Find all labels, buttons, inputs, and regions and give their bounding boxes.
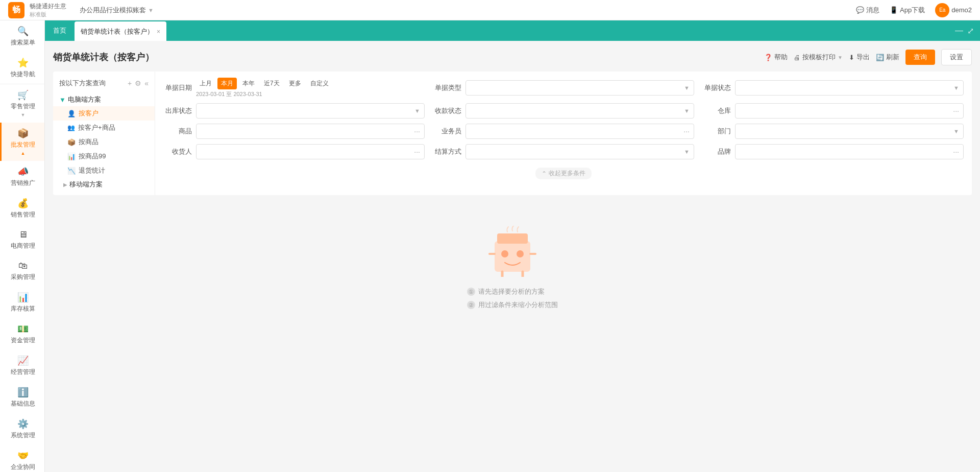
scheme-mobile-group-header[interactable]: ▶ 移动端方案 bbox=[53, 178, 155, 191]
sidebar-search[interactable]: 🔍 搜索菜单 bbox=[0, 20, 44, 52]
scheme-item-by-product[interactable]: 📦 按商品 bbox=[53, 135, 155, 149]
template-print-btn[interactable]: 🖨 按模板打印 ▼ bbox=[794, 53, 843, 62]
export-btn[interactable]: ⬇ 导出 bbox=[849, 53, 870, 62]
avatar: Ea bbox=[935, 3, 949, 17]
date-tab-custom[interactable]: 自定义 bbox=[307, 78, 332, 89]
scheme-item-by-customer-product[interactable]: 👥 按客户+商品 bbox=[53, 121, 155, 135]
receipt-status-select[interactable]: ▼ bbox=[465, 103, 694, 119]
sidebar-item-inventory[interactable]: 📊 库存核算 bbox=[0, 287, 44, 318]
brand-select[interactable]: ··· bbox=[735, 144, 964, 159]
product-select[interactable]: ··· bbox=[196, 124, 425, 139]
refresh-btn[interactable]: 🔄 刷新 bbox=[876, 53, 899, 62]
warehouse-ellipsis-icon[interactable]: ··· bbox=[953, 107, 959, 115]
date-range-display: 2023-03-01 至 2023-03-31 bbox=[196, 90, 425, 98]
sidebar-quick-nav[interactable]: ⭐ 快捷导航 bbox=[0, 52, 44, 84]
out-status-select[interactable]: ▼ bbox=[196, 103, 425, 119]
doc-status-dropdown-icon: ▼ bbox=[953, 85, 959, 91]
logo-icon: 畅 bbox=[8, 2, 24, 18]
scheme-return-icon: 📉 bbox=[67, 167, 76, 175]
date-tab-more[interactable]: 更多 bbox=[285, 78, 305, 89]
sidebar-item-operation[interactable]: 📈 经营管理 bbox=[0, 350, 44, 382]
date-tab-this-month[interactable]: 本月 bbox=[217, 78, 237, 89]
settings-btn[interactable]: 设置 bbox=[941, 49, 972, 65]
svg-point-2 bbox=[501, 250, 508, 257]
wholesale-icon: 📦 bbox=[17, 128, 29, 139]
sidebar-item-system[interactable]: ⚙️ 系统管理 bbox=[0, 413, 44, 445]
out-status-dropdown-icon: ▼ bbox=[414, 108, 420, 114]
filter-warehouse-field: 仓库 ··· bbox=[702, 103, 964, 119]
export-label: 导出 bbox=[856, 53, 870, 62]
tab-home[interactable]: 首页 bbox=[45, 20, 75, 41]
tab-minimize-btn[interactable]: — bbox=[955, 26, 963, 35]
scheme-item-by-customer[interactable]: 👤 按客户 bbox=[53, 106, 155, 121]
tab-maximize-btn[interactable]: ⤢ bbox=[967, 26, 974, 36]
scheme-pc-group-header[interactable]: ▼ 电脑端方案 bbox=[53, 93, 155, 106]
filter-row-1: 单据日期 上月 本月 本年 近7天 更多 自定义 20 bbox=[163, 78, 964, 98]
sidebar-item-sales[interactable]: 💰 销售管理 bbox=[0, 193, 44, 224]
sidebar-item-basic[interactable]: ℹ️ 基础信息 bbox=[0, 382, 44, 413]
settlement-select[interactable]: ▼ bbox=[465, 144, 694, 159]
receiver-select[interactable]: ··· bbox=[196, 144, 425, 159]
scheme-add-btn[interactable]: + bbox=[128, 79, 132, 87]
product-ellipsis-icon[interactable]: ··· bbox=[414, 127, 420, 135]
scheme-item-return-stats[interactable]: 📉 退货统计 bbox=[53, 163, 155, 178]
message-btn[interactable]: 💬 消息 bbox=[856, 6, 879, 15]
query-btn[interactable]: 查询 bbox=[905, 50, 935, 65]
marketing-icon: 📣 bbox=[17, 166, 29, 177]
sidebar-quick-nav-label: 快捷导航 bbox=[11, 70, 35, 79]
scheme-item-by-product99-label: 按商品99 bbox=[79, 152, 106, 161]
app-title: 畅捷通好生意 bbox=[30, 2, 66, 11]
empty-robot-svg bbox=[482, 226, 543, 277]
scheme-collapse-btn[interactable]: « bbox=[144, 79, 149, 87]
staff-select[interactable]: ··· bbox=[465, 124, 694, 139]
filter-product-field: 商品 ··· bbox=[163, 124, 425, 139]
receiver-ellipsis-icon[interactable]: ··· bbox=[414, 148, 420, 156]
sidebar-item-purchase[interactable]: 🛍 采购管理 bbox=[0, 255, 44, 287]
sidebar-search-section: 🔍 搜索菜单 ⭐ 快捷导航 bbox=[0, 20, 44, 84]
industry-selector[interactable]: 办公用品行业模拟账套 ▼ bbox=[80, 6, 154, 15]
dept-select[interactable]: ▼ bbox=[735, 124, 964, 139]
sidebar-item-enterprise[interactable]: 🤝 企业协同 bbox=[0, 445, 44, 472]
brand-ellipsis-icon[interactable]: ··· bbox=[953, 148, 959, 156]
collapse-btn[interactable]: ⌃ 收起更多条件 bbox=[535, 168, 592, 179]
tab-active[interactable]: 销货单统计表（按客户） × bbox=[75, 21, 166, 42]
sidebar-item-wholesale[interactable]: 📦 批发管理 ▲ bbox=[0, 123, 44, 161]
sales-icon: 💰 bbox=[17, 198, 29, 209]
doc-type-select[interactable]: ▼ bbox=[465, 80, 694, 96]
sidebar-item-retail[interactable]: 🛒 零售管理 ▼ bbox=[0, 84, 44, 123]
date-tab-last-month[interactable]: 上月 bbox=[196, 78, 215, 89]
chevron-right-icon: ▶ bbox=[63, 182, 67, 187]
date-tab-this-year[interactable]: 本年 bbox=[239, 78, 258, 89]
tab-close-btn[interactable]: × bbox=[157, 28, 160, 35]
filter-settlement-field: 结算方式 ▼ bbox=[433, 144, 694, 159]
warehouse-select[interactable]: ··· bbox=[735, 103, 964, 119]
doc-status-select[interactable]: ▼ bbox=[735, 80, 964, 96]
date-tab-last7[interactable]: 近7天 bbox=[260, 78, 283, 89]
scheme-header: 按以下方案查询 + ⚙ « bbox=[53, 76, 155, 91]
scheme-pc-group: ▼ 电脑端方案 👤 按客户 👥 按客户+商品 📦 bbox=[53, 93, 155, 178]
scheme-customer-product-icon: 👥 bbox=[67, 124, 75, 131]
hint-text-2: 用过滤条件来缩小分析范围 bbox=[478, 300, 558, 310]
help-btn[interactable]: ❓ 帮助 bbox=[764, 53, 788, 62]
sidebar-item-system-label: 系统管理 bbox=[11, 431, 35, 440]
system-icon: ⚙️ bbox=[17, 418, 29, 430]
sidebar-item-finance[interactable]: 💵 资金管理 bbox=[0, 318, 44, 350]
hint-text-1: 请先选择要分析的方案 bbox=[478, 287, 545, 296]
user-menu[interactable]: Ea demo2 bbox=[935, 3, 972, 17]
receipt-status-dropdown-icon: ▼ bbox=[684, 108, 690, 114]
collapse-row: ⌃ 收起更多条件 bbox=[163, 164, 964, 182]
doc-type-dropdown-icon: ▼ bbox=[684, 85, 690, 91]
filter-doc-type-field: 单据类型 ▼ bbox=[433, 80, 694, 96]
warehouse-label: 仓库 bbox=[702, 106, 731, 115]
sidebar-item-marketing[interactable]: 📣 营销推广 bbox=[0, 161, 44, 193]
staff-ellipsis-icon[interactable]: ··· bbox=[683, 127, 690, 135]
app-download-btn[interactable]: 📱 App下载 bbox=[890, 6, 925, 15]
date-filter: 上月 本月 本年 近7天 更多 自定义 2023-03-01 至 2023-03… bbox=[196, 78, 425, 98]
scheme-settings-btn[interactable]: ⚙ bbox=[135, 79, 141, 87]
template-print-label: 按模板打印 bbox=[802, 53, 836, 62]
sidebar-item-inventory-label: 库存核算 bbox=[11, 304, 35, 313]
sidebar-item-ecommerce[interactable]: 🖥 电商管理 bbox=[0, 224, 44, 255]
scheme-item-by-product99[interactable]: 📊 按商品99 bbox=[53, 149, 155, 163]
chevron-down-icon: ▼ bbox=[21, 112, 26, 117]
settlement-dropdown-icon: ▼ bbox=[684, 149, 690, 155]
